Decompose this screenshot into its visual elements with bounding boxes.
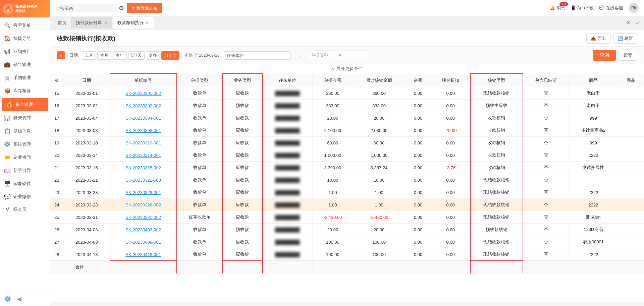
- row-goods2: [618, 100, 644, 112]
- date-buttons: 上月 本月 本年 近7天 更多 自定义: [82, 51, 179, 60]
- row-party: ████████: [262, 236, 313, 248]
- row-cash-discount: -2.76: [431, 162, 470, 174]
- tab-pre-payment[interactable]: 预付款应付单 ✕: [71, 17, 112, 28]
- date-btn-custom[interactable]: 自定义: [161, 51, 179, 60]
- row-verify-amount: 20.00: [353, 224, 405, 236]
- enterprise-icon: 🤝: [4, 154, 11, 161]
- settings-button[interactable]: 设置: [619, 50, 637, 61]
- row-party: ████████: [262, 248, 313, 261]
- date-btn-last-month[interactable]: 上月: [82, 51, 96, 60]
- row-goods: 999: [569, 137, 618, 149]
- table-row[interactable]: 25 2023-03-31 SK-20230331-002 红字收款单 应收款 …: [50, 211, 644, 224]
- sidebar-item-search[interactable]: 🔍 搜索菜单: [0, 19, 50, 32]
- sidebar-item-sales[interactable]: 💼 销售管理: [0, 58, 50, 71]
- refresh-button[interactable]: 🔄 刷新: [613, 34, 637, 44]
- table-row[interactable]: 28 2023-04-18 SK-20230418-001 收款单 应收款 ██…: [50, 248, 644, 261]
- close-tab-button[interactable]: ✕: [625, 18, 632, 27]
- row-doc-type: 收款单: [177, 186, 223, 199]
- date-btn-this-year[interactable]: 本年: [113, 51, 127, 60]
- table-row[interactable]: 26 2023-04-03 SK-20230403-002 收款单 预收款 ██…: [50, 224, 644, 236]
- maximize-tab-button[interactable]: ⤢: [634, 18, 641, 27]
- topbar-left: 🔍 ⚙ 体验行业方案: [56, 3, 546, 13]
- gear-icon-top[interactable]: ⚙: [119, 4, 124, 12]
- sidebar-item-enterprise[interactable]: 🤝 企业协同: [0, 151, 50, 164]
- purchase-icon: 🛒: [4, 74, 11, 81]
- search-input[interactable]: [64, 5, 105, 10]
- row-amount: 20.00: [313, 112, 353, 124]
- party-filter[interactable]: [224, 51, 291, 60]
- tab-home[interactable]: 首页: [53, 17, 71, 28]
- row-date: 2023-03-04: [63, 112, 110, 124]
- sidebar-item-finance[interactable]: 💰 资金管理: [2, 98, 48, 111]
- row-party: ████████: [262, 174, 313, 186]
- sidebar-item-guide[interactable]: 📖 新手引导: [0, 164, 50, 177]
- search-icon-top: 🔍: [59, 5, 64, 10]
- row-amount: 2,100.00: [313, 124, 353, 137]
- table-row[interactable]: 20 2023-03-14 SK-20230314-001 收款单 应收款 ██…: [50, 149, 644, 162]
- app-download-button[interactable]: 📱 App下载: [571, 5, 594, 11]
- sidebar-label-marketing: 营销推广: [13, 49, 31, 55]
- col-header-doc-no: 单据编号: [110, 74, 177, 87]
- table-row[interactable]: 15 2023-03-01 SK-20230301-002 收款单 应收款 ██…: [50, 87, 644, 100]
- row-verify-amount: 1.00: [353, 186, 405, 199]
- user-avatar[interactable]: Rit: [629, 3, 639, 13]
- table-row[interactable]: 22 2023-03-21 SK-20230321-003 收款单 应收款 ██…: [50, 174, 644, 186]
- row-verify-type: 现结收款核销: [470, 174, 523, 186]
- table-row[interactable]: 21 2023-03-15 SK-20230315-002 收款单 应收款 ██…: [50, 162, 644, 174]
- sidebar-item-member[interactable]: V 畅会员: [0, 203, 50, 216]
- row-doc-type: 收款单: [177, 236, 223, 248]
- sidebar-item-quick[interactable]: 🏠 快捷导航: [0, 32, 50, 45]
- sidebar-item-system[interactable]: ⚙️ 系统管理: [0, 138, 50, 151]
- sidebar-item-purchase[interactable]: 🛒 采购管理: [0, 71, 50, 84]
- table-scrollbar[interactable]: [50, 302, 644, 306]
- row-cash-discount: 0.00: [431, 87, 470, 100]
- row-biz-type: 应收款: [223, 199, 262, 211]
- sidebar-item-hardware[interactable]: 🖥️ 智能硬件: [0, 177, 50, 190]
- search-box[interactable]: 🔍: [56, 4, 116, 12]
- service-button[interactable]: 💬 在线客服: [599, 5, 623, 11]
- row-verify-type: 收款核销: [470, 162, 523, 174]
- date-btn-more[interactable]: 更多: [146, 51, 160, 60]
- export-button[interactable]: 📤 导出: [586, 34, 610, 44]
- row-goods2: [618, 124, 644, 137]
- sidebar-item-inventory[interactable]: 📦 库存核算: [0, 84, 50, 97]
- sidebar-item-operation[interactable]: 📊 经营管理: [0, 112, 50, 125]
- solution-button[interactable]: 体验行业方案: [127, 3, 162, 13]
- tab-receipt-verify-close[interactable]: ✕: [146, 20, 149, 25]
- party-input[interactable]: [227, 53, 288, 58]
- row-includes-settled: 否: [523, 112, 569, 124]
- row-verify-type: 现结收款核销: [470, 248, 523, 261]
- date-btn-7days[interactable]: 近7天: [128, 51, 145, 60]
- refresh-icon: 🔄: [618, 36, 623, 41]
- row-amount: 1.00: [313, 186, 353, 199]
- table-row[interactable]: 19 2023-03-10 SK-20230310-001 收款单 应收款 ██…: [50, 137, 644, 149]
- message-button[interactable]: 🔔 消息 99+: [550, 5, 565, 11]
- row-cash-discount: 0.00: [431, 112, 470, 124]
- date-filter-label: 日期: [69, 52, 78, 58]
- doc-type-select[interactable]: 单据类型 ▼: [308, 51, 368, 60]
- tab-pre-payment-close[interactable]: ✕: [104, 20, 107, 25]
- settings-bottom-icon[interactable]: ⚙️: [4, 295, 11, 303]
- query-button[interactable]: 查询: [593, 50, 616, 61]
- row-doc-type: 收款单: [177, 224, 223, 236]
- sidebar-item-marketing[interactable]: 📢 营销推广: [0, 45, 50, 58]
- table-row[interactable]: 23 2023-03-28 SK-20230328-001 收款单 应收款 ██…: [50, 186, 644, 199]
- sidebar-item-wechat[interactable]: 💬 企业微信: [0, 190, 50, 203]
- row-verify-amount: 20.00: [353, 112, 405, 124]
- sidebar-item-basic[interactable]: 📋 基础信息: [0, 125, 50, 138]
- col-header-settings[interactable]: ⚙: [50, 74, 63, 87]
- row-doc-no: SK-20230408-001: [110, 236, 177, 248]
- table-row[interactable]: 18 2023-03-08 SK-20230308-001 收款单 应收款 ██…: [50, 124, 644, 137]
- filter-expand-button[interactable]: »: [57, 51, 65, 59]
- table-row[interactable]: 27 2023-04-08 SK-20230408-001 收款单 应收款 ██…: [50, 236, 644, 248]
- table-row[interactable]: 17 2023-03-04 SK-20230304-001 收款单 应收款 ██…: [50, 112, 644, 124]
- row-biz-type: 应收款: [223, 137, 262, 149]
- sidebar-label-basic: 基础信息: [13, 128, 31, 134]
- tab-receipt-verify[interactable]: 收款核销执行 ✕: [113, 17, 154, 28]
- row-includes-settled: 否: [523, 124, 569, 137]
- table-row[interactable]: 24 2023-03-28 SK-20230328-002 收款单 应收款 ██…: [50, 199, 644, 211]
- collapse-icon[interactable]: ◀: [17, 295, 21, 303]
- date-btn-this-month[interactable]: 本月: [97, 51, 111, 60]
- expand-more-button[interactable]: ∨ 展开更多条件: [332, 66, 363, 72]
- table-row[interactable]: 16 2023-03-02 SK-20230302-002 收款单 预收款 ██…: [50, 100, 644, 112]
